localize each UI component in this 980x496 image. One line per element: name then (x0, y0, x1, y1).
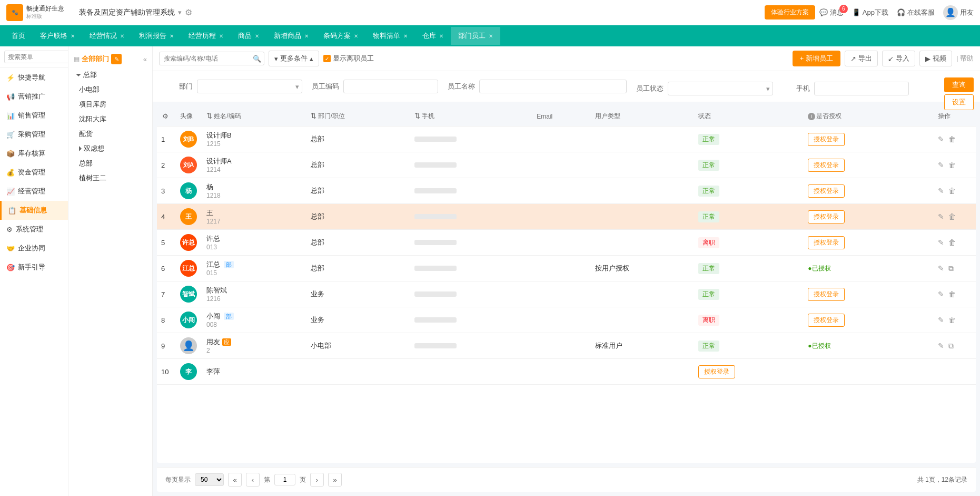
dept-edit-button[interactable]: ✎ (111, 54, 122, 64)
auth-button[interactable]: 授权登录 (808, 314, 845, 327)
copy-icon[interactable]: ⧉ (948, 264, 954, 273)
nav-close-customer[interactable]: ✕ (71, 33, 75, 39)
sidebar-item-marketing[interactable]: 📢 营销推广 (0, 87, 68, 106)
nav-close-dept[interactable]: ✕ (489, 33, 493, 39)
nav-item-dept[interactable]: 部门员工 ✕ (451, 27, 500, 45)
sidebar-item-purchase[interactable]: 🛒 采购管理 (0, 125, 68, 144)
edit-icon[interactable]: ✎ (938, 161, 944, 169)
dept-node-shenyang[interactable]: 沈阳大库 (68, 112, 152, 127)
delete-icon[interactable]: 🗑 (948, 161, 956, 169)
nav-close-bom[interactable]: ✕ (403, 33, 408, 39)
edit-icon[interactable]: ✎ (938, 342, 944, 350)
sidebar-item-system[interactable]: ⚙ 系统管理 (0, 220, 68, 239)
add-employee-button[interactable]: + 新增员工 (793, 51, 840, 66)
dept-collapse-button[interactable]: « (143, 55, 147, 63)
emp-code-input[interactable] (343, 80, 438, 93)
dept-parent-shuanglv[interactable]: 双虑想 (68, 141, 152, 156)
nav-item-addgoods[interactable]: 新增商品 ✕ (266, 27, 316, 45)
edit-icon[interactable]: ✎ (938, 187, 944, 195)
page-size-select[interactable]: 50 100 (195, 473, 224, 486)
dept-parent-headquarter[interactable]: 总部 (68, 67, 152, 82)
auth-button[interactable]: 授权登录 (808, 236, 845, 249)
message-icon-item[interactable]: 💬 消息 6 (819, 8, 844, 17)
edit-icon[interactable]: ✎ (938, 135, 944, 143)
delete-icon[interactable]: 🗑 (948, 135, 956, 143)
nav-close-goods[interactable]: ✕ (255, 33, 259, 39)
dept-all-label[interactable]: 全部部门 (82, 54, 109, 64)
import-button[interactable]: ↙ 导入 (882, 51, 915, 66)
help-icon[interactable]: | 帮助 (956, 54, 974, 63)
nav-item-history[interactable]: 经营历程 ✕ (181, 27, 231, 45)
sidebar-item-collab[interactable]: 🤝 企业协同 (0, 239, 68, 258)
sidebar-item-bizmanage[interactable]: 📈 经营管理 (0, 182, 68, 201)
set-button[interactable]: 设置 (944, 94, 974, 110)
table-settings-icon[interactable]: ⚙ (161, 112, 170, 121)
copy-icon[interactable]: ⧉ (948, 342, 954, 351)
search-button[interactable]: 🔍 (253, 55, 261, 63)
auth-button[interactable]: 授权登录 (808, 133, 845, 146)
sidebar-item-inventory[interactable]: 📦 库存核算 (0, 144, 68, 163)
sidebar-item-guide[interactable]: 🎯 新手引导 (0, 258, 68, 277)
emp-name-input[interactable] (479, 80, 627, 93)
nav-item-operation[interactable]: 经营情况 ✕ (82, 27, 132, 45)
auth-button[interactable]: 授权登录 (808, 210, 845, 223)
auth-button[interactable]: 授权登录 (808, 159, 845, 172)
nav-close-addgoods[interactable]: ✕ (304, 33, 309, 39)
status-select[interactable] (668, 82, 773, 95)
view-button[interactable]: ▶ 视频 (919, 51, 952, 66)
export-button[interactable]: ↗ 导出 (845, 51, 878, 66)
sidebar-item-basic[interactable]: 📋 基础信息 (0, 201, 68, 220)
more-filter-button[interactable]: ▾ 更多条件 ▴ (269, 51, 319, 66)
dept-node-xiaodian[interactable]: 小电部 (68, 82, 152, 97)
show-resigned-label[interactable]: ✓ 显示离职员工 (323, 54, 374, 63)
service-item[interactable]: 🎧 在线客服 (897, 8, 935, 17)
nav-close-operation[interactable]: ✕ (120, 33, 124, 39)
edit-icon[interactable]: ✎ (938, 238, 944, 247)
dept-node-headquarter2[interactable]: 总部 (68, 156, 152, 171)
edit-icon[interactable]: ✎ (938, 316, 944, 324)
delete-icon[interactable]: 🗑 (948, 290, 956, 298)
nav-close-warehouse[interactable]: ✕ (439, 33, 443, 39)
prev-page-button[interactable]: ‹ (246, 473, 260, 487)
phone-input[interactable] (814, 82, 909, 95)
sidebar-item-sales[interactable]: 📊 销售管理 (0, 106, 68, 125)
delete-icon[interactable]: 🗑 (948, 238, 956, 247)
delete-icon[interactable]: 🗑 (948, 316, 956, 324)
auth-button[interactable]: 授权登录 (808, 288, 845, 301)
sidebar-item-finance[interactable]: 💰 资金管理 (0, 163, 68, 182)
next-page-button[interactable]: › (310, 473, 324, 487)
nav-item-goods[interactable]: 商品 ✕ (231, 27, 266, 45)
edit-icon[interactable]: ✎ (938, 212, 944, 221)
sidebar-item-quicknav[interactable]: ⚡ 快捷导航 (0, 68, 68, 87)
edit-icon[interactable]: ✎ (938, 264, 944, 273)
dept-select[interactable] (197, 80, 302, 93)
page-number-input[interactable]: 1 (274, 474, 295, 485)
nav-item-warehouse[interactable]: 仓库 ✕ (415, 27, 451, 45)
nav-item-customer[interactable]: 客户联络 ✕ (33, 27, 82, 45)
trial-button[interactable]: 体验行业方案 (765, 5, 815, 20)
auth-button[interactable]: 授权登录 (808, 184, 845, 198)
show-resigned-checkbox[interactable]: ✓ (323, 55, 331, 62)
search-input[interactable] (159, 52, 264, 65)
nav-item-barcode[interactable]: 条码方案 ✕ (316, 27, 365, 45)
sys-title-dropdown-icon[interactable]: ▾ (178, 8, 182, 16)
nav-close-barcode[interactable]: ✕ (354, 33, 358, 39)
nav-close-history[interactable]: ✕ (219, 33, 223, 39)
sidebar-search-input[interactable] (4, 51, 68, 63)
delete-icon[interactable]: 🗑 (948, 187, 956, 195)
last-page-button[interactable]: » (328, 473, 342, 487)
auth-button[interactable]: 授权登录 (698, 365, 735, 378)
delete-icon[interactable]: 🗑 (948, 212, 956, 221)
dept-node-delivery[interactable]: 配货 (68, 127, 152, 141)
nav-close-profit[interactable]: ✕ (170, 33, 174, 39)
first-page-button[interactable]: « (228, 473, 242, 487)
dept-node-zhishu[interactable]: 植树王二 (68, 171, 152, 186)
settings-icon[interactable]: ⚙ (185, 7, 192, 17)
nav-item-profit[interactable]: 利润报告 ✕ (132, 27, 181, 45)
nav-item-bom[interactable]: 物料清单 ✕ (365, 27, 415, 45)
search-submit-button[interactable]: 查询 (944, 77, 974, 92)
edit-icon[interactable]: ✎ (938, 290, 944, 298)
dept-node-projroom[interactable]: 项目库房 (68, 97, 152, 112)
app-download-item[interactable]: 📱 App下载 (852, 8, 888, 17)
user-item[interactable]: 👤 用友 (943, 5, 974, 20)
